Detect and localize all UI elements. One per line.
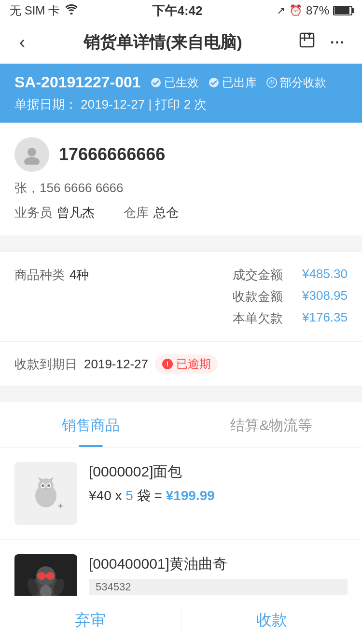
tabs-section: 销售商品 结算&物流等	[0, 402, 362, 448]
due-date: 2019-12-27	[84, 357, 148, 372]
svg-point-7	[28, 148, 36, 156]
type-count: 4种	[70, 266, 89, 283]
collected-label: 收款金额	[233, 288, 283, 305]
customer-name: 张，156 6666 6666	[14, 180, 348, 196]
bread-price: ¥40	[89, 488, 111, 503]
warehouse-name: 总仓	[153, 204, 179, 221]
product-price-bread: ¥40 x 5 袋 = ¥199.99	[89, 487, 348, 505]
status-bar: 无 SIM 卡 下午4:42 ↗ ⏰ 87%	[0, 0, 362, 21]
sales-name: 曾凡杰	[57, 204, 95, 221]
carrier-label: 无 SIM 卡	[10, 3, 60, 18]
customer-meta: 业务员 曾凡杰 仓库 总仓	[14, 204, 348, 221]
svg-rect-27	[41, 575, 51, 577]
location-icon: ↗	[277, 4, 285, 17]
bottom-actions: 弃审 收款	[0, 596, 362, 644]
overdue-text: 已逾期	[176, 356, 211, 372]
owe-value: ¥176.35	[302, 310, 348, 327]
more-button[interactable]: ···	[328, 32, 348, 53]
sales-label: 业务员	[14, 204, 52, 221]
print-info: | 打印 2 次	[148, 97, 207, 112]
header-banner: SA-20191227-001 已生效 已出库 ⏱ 部分收款 单据日期： 201…	[0, 64, 362, 123]
warehouse-label: 仓库	[124, 204, 149, 221]
product-item-bread: + [0000002]面包 ¥40 x 5 袋 = ¥199.99	[0, 448, 362, 540]
date-label: 单据日期：	[14, 97, 77, 112]
back-button[interactable]: ‹	[14, 28, 30, 57]
separator-2	[0, 387, 362, 394]
svg-point-3	[151, 78, 161, 87]
svg-point-8	[24, 157, 40, 165]
bread-total: ¥199.99	[166, 488, 215, 503]
product-image-bread: +	[14, 462, 77, 525]
due-section: 收款到期日 2019-12-27 ! 已逾期	[0, 342, 362, 387]
status-shipped: 已出库	[209, 75, 257, 90]
cancel-review-button[interactable]: 弃审	[0, 600, 181, 641]
owe-label: 本单欠款	[233, 310, 283, 327]
nav-actions: ···	[296, 29, 348, 56]
status-partial-collected: ⏱ 部分收款	[266, 75, 326, 90]
status-bar-time: 下午4:42	[152, 2, 202, 19]
type-label: 商品种类	[14, 266, 65, 283]
battery-label: 87%	[306, 4, 329, 17]
bread-unit: 袋	[137, 488, 151, 503]
alarm-icon: ⏰	[289, 4, 302, 17]
svg-point-4	[209, 78, 219, 87]
battery-icon	[333, 6, 352, 15]
status-effected: 已生效	[151, 75, 199, 90]
order-date: 2019-12-27	[81, 97, 145, 112]
bread-qty: 5	[125, 488, 133, 503]
due-label: 收款到期日	[14, 356, 77, 373]
nav-bar: ‹ 销货单详情(来自电脑) ···	[0, 21, 362, 64]
status-bar-right: ↗ ⏰ 87%	[277, 4, 352, 17]
tab-settlement-logistics[interactable]: 结算&物流等	[181, 402, 362, 447]
customer-phone: 17666666666	[59, 144, 165, 165]
amount-label: 成交金额	[233, 266, 283, 283]
svg-text:!: !	[167, 360, 169, 368]
overdue-badge: ! 已逾期	[155, 354, 218, 374]
product-info-bread: [0000002]面包 ¥40 x 5 袋 = ¥199.99	[89, 462, 348, 505]
svg-point-18	[42, 484, 44, 487]
collected-value: ¥308.95	[302, 288, 348, 305]
customer-section: 17666666666 张，156 6666 6666 业务员 曾凡杰 仓库 总…	[0, 123, 362, 236]
svg-text:+: +	[58, 501, 63, 511]
share-button[interactable]	[296, 29, 318, 56]
product-name-cookie: [000400001]黄油曲奇	[89, 554, 348, 574]
product-name-bread: [0000002]面包	[89, 462, 348, 482]
svg-text:⏱: ⏱	[269, 79, 275, 86]
avatar	[14, 137, 49, 172]
svg-rect-0	[300, 33, 314, 47]
collect-button[interactable]: 收款	[181, 600, 362, 641]
separator-1	[0, 236, 362, 244]
summary-section: 商品种类 4种 成交金额 ¥485.30 收款金额 ¥308.95 本单欠款 ¥…	[0, 252, 362, 342]
wifi-icon	[65, 4, 78, 17]
order-id: SA-20191227-001	[14, 73, 141, 91]
tab-sales-products[interactable]: 销售商品	[0, 402, 181, 447]
order-date-info: 单据日期： 2019-12-27 | 打印 2 次	[14, 96, 348, 113]
status-bar-left: 无 SIM 卡	[10, 3, 78, 18]
svg-point-19	[47, 484, 50, 487]
amount-value: ¥485.30	[302, 266, 348, 283]
page-title: 销货单详情(来自电脑)	[84, 31, 242, 54]
product-sku-cookie: 534532	[89, 579, 348, 595]
